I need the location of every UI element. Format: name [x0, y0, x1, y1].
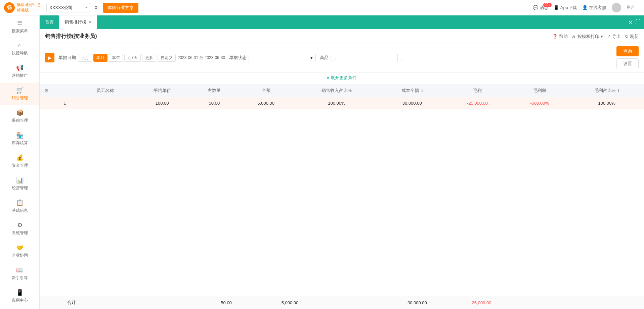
sidebar-item-label: 销售管理: [12, 95, 28, 101]
sidebar-item-finance[interactable]: 💰 资金管理: [0, 150, 39, 172]
sidebar-item-enterprise[interactable]: 🤝 企业协同: [0, 240, 39, 262]
th-cost: 成本全额 ℹ: [379, 84, 445, 97]
export-button[interactable]: ↗ 导出: [607, 34, 621, 40]
data-table: ⚙ 员工名称 平均单价 主数量 全额 销售收入占比% 成本全额 ℹ: [40, 84, 644, 109]
cell-sales-pct: 100.00%: [294, 97, 379, 109]
enterprise-icon: 🤝: [16, 244, 24, 251]
table-footer: 合计 50.00 5,000.00 30,000.00 -25,000.00: [40, 296, 644, 309]
expand-button[interactable]: ▾ 展开更多条件: [327, 75, 357, 81]
sidebar-item-label: 采购管理: [12, 118, 28, 123]
help-icon: ❓: [552, 34, 558, 39]
table-row: 1 100.00 50.00 5,000.00 100.00% 30,000.0…: [40, 97, 644, 109]
tab-bar-right: ✕ ⛶: [628, 19, 644, 25]
column-settings-icon[interactable]: ⚙: [44, 88, 49, 93]
sidebar-item-search[interactable]: ☰ 搜索菜单: [0, 15, 39, 38]
th-amount: 全额: [238, 84, 294, 97]
cell-avg-price: 100.00: [134, 97, 191, 109]
window-expand-icon[interactable]: ⛶: [635, 19, 641, 25]
cell-gross: -25,000.00: [445, 97, 510, 109]
print-icon: 🖨: [572, 34, 576, 39]
goods-filter-group: 商品 ...: [320, 54, 403, 62]
page-body: 销售排行榜(按业务员) ❓ 帮助 🖨 按模板打印 ▾ ↗: [40, 29, 644, 309]
service-icon: 👤: [582, 5, 588, 10]
date-btn-more[interactable]: 更多: [142, 54, 156, 62]
sidebar-item-label: 基础信息: [12, 208, 28, 213]
company-selector[interactable]: XXXXX公司 ▾: [46, 3, 90, 12]
cell-amount: 5,000.00: [238, 97, 294, 109]
search-icon: ☰: [17, 19, 23, 27]
app-download-button[interactable]: 📱 App下载: [554, 5, 577, 11]
help-button[interactable]: ❓ 帮助: [552, 34, 568, 40]
sidebar-item-system[interactable]: ⚙ 系统管理: [0, 217, 39, 240]
cell-gross-rate: -500.00%: [510, 97, 569, 109]
avatar[interactable]: [612, 3, 621, 12]
settings-button[interactable]: 设置: [616, 58, 639, 69]
query-button[interactable]: 查询: [616, 46, 639, 56]
settings-icon-btn[interactable]: ⚙: [93, 4, 99, 11]
sidebar-item-basic-info[interactable]: 📋 基础信息: [0, 195, 39, 217]
more-link[interactable]: ...: [400, 55, 403, 60]
page-inner: 销售排行榜(按业务员) ❓ 帮助 🖨 按模板打印 ▾ ↗: [40, 29, 644, 309]
message-icon: 💬: [533, 5, 538, 10]
status-filter-label: 单据状态: [229, 55, 247, 61]
date-btn-7days[interactable]: 近7天: [124, 54, 141, 62]
th-sales-pct: 销售收入占比%: [294, 84, 379, 97]
table-body: 1 100.00 50.00 5,000.00 100.00% 30,000.0…: [40, 97, 644, 109]
message-badge: 99+: [543, 3, 552, 7]
apps-icon: 📱: [16, 289, 24, 296]
cell-gross-pct: 100.00%: [569, 97, 644, 109]
status-select[interactable]: ▾: [249, 54, 316, 62]
content-area: 首页 销售排行榜 ✕ ✕ ⛶ 销售排行榜(按业务员) ❓: [40, 15, 644, 309]
tab-sales-ranking[interactable]: 销售排行榜 ✕: [59, 15, 97, 29]
date-filter-label: 单据日期: [58, 55, 76, 61]
sidebar-item-label: 库存核算: [12, 140, 28, 146]
sidebar-item-guide[interactable]: 📖 新手引导: [0, 262, 39, 285]
filter-actions: 查询 设置: [616, 46, 639, 69]
print-chevron-icon: ▾: [601, 34, 603, 39]
sidebar-item-apps[interactable]: 📱 应用中心: [0, 285, 39, 307]
trial-button[interactable]: 体验行业方案: [103, 3, 138, 13]
company-name: XXXXX公司: [49, 5, 84, 11]
cost-info-icon[interactable]: ℹ: [421, 88, 423, 93]
date-btn-custom[interactable]: 自定义: [158, 54, 176, 62]
top-bar: 畅 畅康通好生意 标准版 XXXXX公司 ▾ ⚙ 体验行业方案 💬 消息 99+…: [0, 0, 644, 15]
window-close-icon[interactable]: ✕: [628, 19, 633, 25]
sidebar-item-quicknav[interactable]: ⌂ 快捷导航: [0, 38, 39, 60]
sidebar-item-purchase[interactable]: 📦 采购管理: [0, 105, 39, 127]
guide-icon: 📖: [16, 266, 24, 274]
footer-gross: -25,000.00: [449, 300, 513, 305]
date-range: 2023-06-01 至 2023-06-30: [178, 55, 225, 61]
th-settings[interactable]: ⚙: [40, 84, 53, 97]
date-buttons: 上月 本月 本年 近7天 更多 自定义: [78, 54, 176, 62]
sales-icon: 🛒: [16, 87, 24, 94]
tab-home[interactable]: 首页: [40, 15, 59, 29]
sidebar-item-inventory[interactable]: 🏪 库存核算: [0, 127, 39, 150]
date-btn-this-month[interactable]: 本月: [93, 54, 108, 62]
app-icon: 📱: [554, 5, 559, 10]
print-button[interactable]: 🖨 按模板打印 ▾: [572, 34, 603, 40]
th-qty: 主数量: [190, 84, 238, 97]
tab-home-label: 首页: [45, 19, 54, 25]
sidebar-item-marketing[interactable]: 📢 营销推广: [0, 60, 39, 83]
top-right: 💬 消息 99+ 📱 App下载 👤 在线客服 用户: [533, 3, 640, 12]
sidebar-item-sales[interactable]: 🛒 销售管理: [0, 83, 39, 105]
cell-employee: [77, 97, 134, 109]
tab-close-icon[interactable]: ✕: [88, 20, 92, 24]
refresh-button[interactable]: ↻ 刷新: [625, 34, 639, 40]
date-btn-last-month[interactable]: 上月: [78, 54, 92, 62]
online-service-button[interactable]: 👤 在线客服: [582, 5, 606, 11]
sidebar-item-label: 企业协同: [12, 253, 28, 258]
sidebar-item-label: 搜索菜单: [12, 28, 28, 34]
date-btn-this-year[interactable]: 本年: [109, 54, 123, 62]
goods-input[interactable]: [331, 54, 398, 62]
sidebar-item-wechat[interactable]: 💬 企业微信: [0, 307, 39, 309]
sidebar-item-management[interactable]: 📊 经营管理: [0, 172, 39, 195]
th-gross-pct: 毛利占比% ℹ: [569, 84, 644, 97]
filter-toggle-button[interactable]: ▶: [45, 53, 54, 62]
purchase-icon: 📦: [16, 109, 24, 116]
sidebar-item-label: 应用中心: [12, 298, 28, 303]
cell-qty: 50.00: [190, 97, 238, 109]
table-container: ⚙ 员工名称 平均单价 主数量 全额 销售收入占比% 成本全额 ℹ: [40, 84, 644, 296]
gross-pct-info-icon[interactable]: ℹ: [618, 88, 619, 93]
message-button[interactable]: 💬 消息 99+: [533, 5, 548, 11]
